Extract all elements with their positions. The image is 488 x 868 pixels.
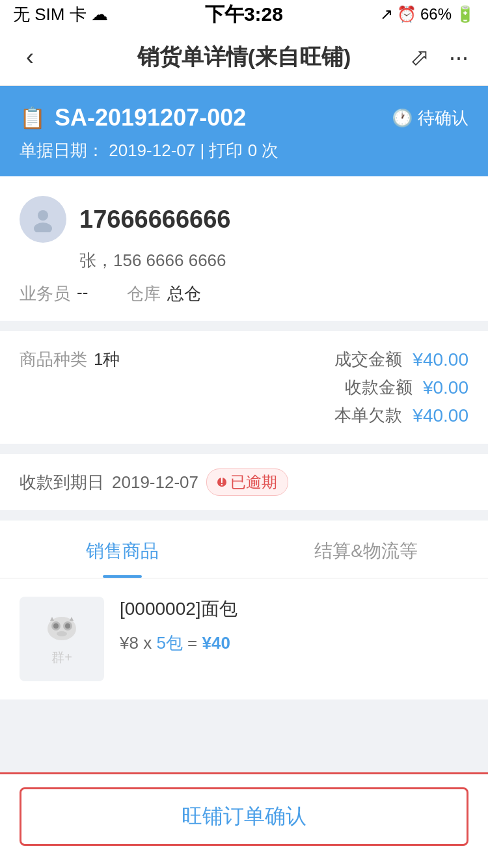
confirm-order-button[interactable]: 旺铺订单确认 [20,787,468,846]
product-name: [0000002]面包 [120,597,468,621]
status-text: 待确认 [418,107,468,129]
share-icon[interactable]: ⬀ [410,44,429,71]
product-item: 群+ [0000002]面包 ¥8 x 5包 = ¥40 [0,578,488,699]
tabs-row: 销售商品 结算&物流等 [0,521,488,578]
due-section: 收款到期日 2019-12-07 ! 已逾期 [0,454,488,510]
product-section: 群+ [0000002]面包 ¥8 x 5包 = ¥40 [0,578,488,699]
category-value: 1种 [94,348,120,371]
svg-point-6 [65,623,70,629]
received-amount: ¥0.00 [423,377,468,398]
order-banner: 📋 SA-20191207-002 🕐 待确认 单据日期： 2019-12-07… [0,86,488,176]
salesperson-label: 业务员 [20,282,70,305]
bottom-bar: 旺铺订单确认 [0,772,488,868]
product-total: ¥40 [202,633,230,653]
alarm-icon: ⏰ [397,5,416,23]
tab-settlement[interactable]: 结算&物流等 [244,521,488,578]
customer-phone: 17666666666 [79,206,230,234]
summary-row-deal: 成交金额 ¥40.00 [334,348,468,371]
battery-icon: 🔋 [455,5,475,23]
battery-level: 66% [420,5,452,23]
due-date: 2019-12-07 [112,472,198,493]
avatar [20,196,66,243]
product-qty: 5包 [156,633,182,653]
page-title: 销货单详情(来自旺铺) [137,42,351,72]
nav-actions: ⬀ ··· [410,44,468,71]
more-icon[interactable]: ··· [449,44,468,71]
status-left: 无 SIM 卡 ☁ [13,3,108,26]
summary-row-owed: 本单欠款 ¥40.00 [334,404,468,427]
back-button[interactable]: ‹ [20,37,40,77]
category-label: 商品种类 [20,348,87,371]
order-icon: 📋 [20,105,46,130]
svg-point-5 [53,623,59,629]
brand-plus: 群+ [42,649,81,666]
summary-row-received: 收款金额 ¥0.00 [345,376,468,399]
order-date-info: 单据日期： 2019-12-07 | 打印 0 次 [20,139,468,162]
product-info: [0000002]面包 ¥8 x 5包 = ¥40 [120,597,468,655]
due-label: 收款到期日 [20,471,104,494]
status-bar: 无 SIM 卡 ☁ 下午3:28 ↗ ⏰ 66% 🔋 [0,0,488,29]
location-icon: ↗ [380,5,393,23]
deal-label: 成交金额 [334,348,402,371]
clock-icon: 🕐 [392,108,413,128]
status-time: 下午3:28 [205,1,283,28]
warehouse-value: 总仓 [167,282,201,305]
tabs-section: 销售商品 结算&物流等 [0,521,488,699]
summary-left: 商品种类 1种 [20,348,120,371]
svg-point-0 [38,210,48,221]
svg-point-1 [34,223,52,232]
order-id: SA-20191207-002 [55,104,246,131]
product-thumbnail: 群+ [20,597,104,681]
salesperson-value: -- [77,282,88,305]
owed-amount: ¥40.00 [413,405,468,426]
sim-status: 无 SIM 卡 ☁ [13,3,108,26]
summary-section: 商品种类 1种 成交金额 ¥40.00 收款金额 ¥0.00 本单欠款 ¥40.… [0,331,488,444]
product-eq: = [183,633,202,653]
price-prefix: ¥8 x [120,633,156,653]
deal-amount: ¥40.00 [413,349,468,370]
nav-bar: ‹ 销货单详情(来自旺铺) ⬀ ··· [0,29,488,86]
tab-sales-products[interactable]: 销售商品 [0,521,244,578]
warehouse-label: 仓库 [127,282,161,305]
overdue-text: 已逾期 [230,472,277,493]
customer-meta: 业务员 -- 仓库 总仓 [20,282,468,305]
summary-right: 成交金额 ¥40.00 收款金额 ¥0.00 本单欠款 ¥40.00 [334,348,468,427]
status-right: ↗ ⏰ 66% 🔋 [380,5,475,23]
overdue-dot-icon: ! [217,478,226,487]
received-label: 收款金额 [345,376,413,399]
product-price-row: ¥8 x 5包 = ¥40 [120,632,468,655]
svg-point-7 [57,631,67,636]
owed-label: 本单欠款 [334,404,402,427]
customer-section: 17666666666 张，156 6666 6666 业务员 -- 仓库 总仓 [0,176,488,321]
overdue-badge: ! 已逾期 [206,468,288,496]
customer-name: 张，156 6666 6666 [20,249,468,272]
order-status: 🕐 待确认 [392,107,468,129]
